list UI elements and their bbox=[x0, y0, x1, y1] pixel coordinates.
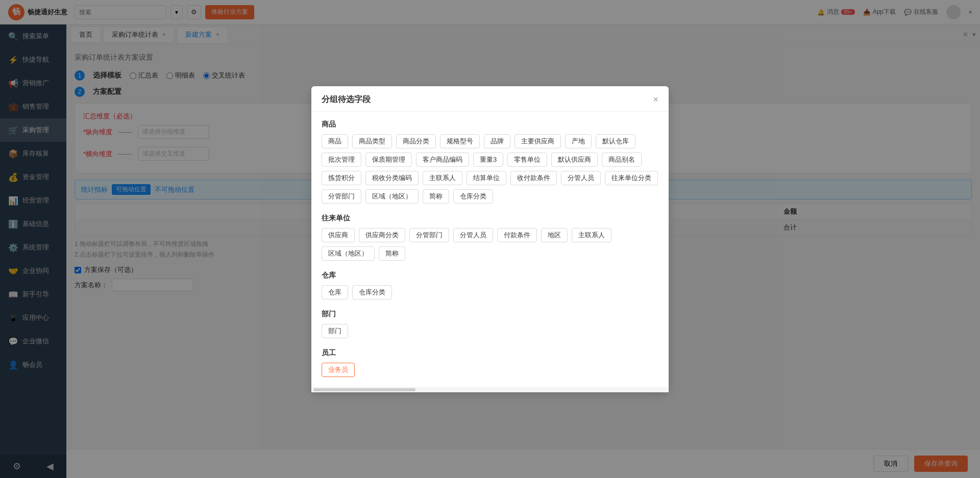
field-section-title-partner: 往来单位 bbox=[322, 214, 658, 223]
field-tag-主要供应商[interactable]: 主要供应商 bbox=[514, 134, 561, 148]
field-tag-分管人员[interactable]: 分管人员 bbox=[561, 171, 601, 185]
field-section-title-department: 部门 bbox=[322, 310, 658, 319]
field-tag-区域（地区）[interactable]: 区域（地区） bbox=[365, 189, 419, 204]
modal-horizontal-scrollbar[interactable] bbox=[311, 387, 669, 392]
field-section-employee: 员工业务员 bbox=[322, 348, 658, 377]
field-section-warehouse: 仓库仓库仓库分类 bbox=[322, 271, 658, 299]
field-section-partner: 往来单位供应商供应商分类分管部门分管人员付款条件地区主联系人区域（地区）简称 bbox=[322, 214, 658, 261]
field-tag-商品[interactable]: 商品 bbox=[322, 134, 348, 148]
field-tags-employee: 业务员 bbox=[322, 363, 658, 377]
field-tag-批次管理[interactable]: 批次管理 bbox=[322, 153, 361, 167]
modal-header: 分组待选字段 × bbox=[311, 86, 669, 112]
field-tags-warehouse: 仓库仓库分类 bbox=[322, 285, 658, 299]
field-section-title-goods: 商品 bbox=[322, 120, 658, 129]
field-tag-分管部门[interactable]: 分管部门 bbox=[409, 228, 449, 242]
field-tag-仓库分类[interactable]: 仓库分类 bbox=[453, 189, 493, 204]
field-tag-税收分类编码[interactable]: 税收分类编码 bbox=[365, 171, 419, 185]
field-section-title-warehouse: 仓库 bbox=[322, 271, 658, 280]
field-tag-默认仓库[interactable]: 默认仓库 bbox=[596, 134, 635, 148]
field-tag-默认供应商[interactable]: 默认供应商 bbox=[551, 153, 598, 167]
field-tag-商品分类[interactable]: 商品分类 bbox=[396, 134, 436, 148]
modal-close-button[interactable]: × bbox=[653, 94, 658, 105]
field-tags-partner: 供应商供应商分类分管部门分管人员付款条件地区主联系人区域（地区）简称 bbox=[322, 228, 658, 261]
field-tag-供应商分类[interactable]: 供应商分类 bbox=[359, 228, 405, 242]
field-tag-简称[interactable]: 简称 bbox=[423, 189, 449, 204]
field-tag-部门[interactable]: 部门 bbox=[322, 324, 348, 338]
hscroll-thumb bbox=[313, 388, 415, 391]
field-tag-拣货积分[interactable]: 拣货积分 bbox=[322, 171, 361, 185]
field-section-goods: 商品商品商品类型商品分类规格型号品牌主要供应商产地默认仓库批次管理保质期管理客户… bbox=[322, 120, 658, 204]
field-tag-收付款条件[interactable]: 收付款条件 bbox=[510, 171, 557, 185]
field-tag-往来单位分类[interactable]: 往来单位分类 bbox=[605, 171, 658, 185]
field-tag-规格型号[interactable]: 规格型号 bbox=[440, 134, 480, 148]
field-tag-品牌[interactable]: 品牌 bbox=[484, 134, 510, 148]
modal: 分组待选字段 × 商品商品商品类型商品分类规格型号品牌主要供应商产地默认仓库批次… bbox=[311, 86, 669, 392]
field-tag-分管人员[interactable]: 分管人员 bbox=[453, 228, 493, 242]
field-tag-结算单位[interactable]: 结算单位 bbox=[467, 171, 506, 185]
field-tag-仓库[interactable]: 仓库 bbox=[322, 285, 348, 299]
field-tag-主联系人[interactable]: 主联系人 bbox=[423, 171, 462, 185]
field-tag-客户商品编码[interactable]: 客户商品编码 bbox=[416, 153, 469, 167]
field-tag-付款条件[interactable]: 付款条件 bbox=[497, 228, 537, 242]
field-tag-产地[interactable]: 产地 bbox=[565, 134, 592, 148]
field-section-title-employee: 员工 bbox=[322, 348, 658, 358]
field-tags-goods: 商品商品类型商品分类规格型号品牌主要供应商产地默认仓库批次管理保质期管理客户商品… bbox=[322, 134, 658, 204]
modal-overlay[interactable]: 分组待选字段 × 商品商品商品类型商品分类规格型号品牌主要供应商产地默认仓库批次… bbox=[0, 0, 980, 478]
field-tag-零售单位[interactable]: 零售单位 bbox=[507, 153, 547, 167]
field-tag-主联系人[interactable]: 主联系人 bbox=[572, 228, 611, 242]
field-section-department: 部门部门 bbox=[322, 310, 658, 338]
field-tag-仓库分类[interactable]: 仓库分类 bbox=[352, 285, 392, 299]
field-tag-重量3[interactable]: 重量3 bbox=[473, 153, 503, 167]
modal-title: 分组待选字段 bbox=[322, 94, 371, 105]
field-tag-简称[interactable]: 简称 bbox=[379, 246, 405, 261]
field-tag-商品类型[interactable]: 商品类型 bbox=[352, 134, 392, 148]
field-tags-department: 部门 bbox=[322, 324, 658, 338]
field-tag-地区[interactable]: 地区 bbox=[541, 228, 568, 242]
field-tag-商品别名[interactable]: 商品别名 bbox=[602, 153, 642, 167]
field-tag-分管部门[interactable]: 分管部门 bbox=[322, 189, 361, 204]
field-tag-区域（地区）[interactable]: 区域（地区） bbox=[322, 246, 375, 261]
modal-body: 商品商品商品类型商品分类规格型号品牌主要供应商产地默认仓库批次管理保质期管理客户… bbox=[311, 112, 669, 387]
field-tag-业务员[interactable]: 业务员 bbox=[322, 363, 355, 377]
field-tag-保质期管理[interactable]: 保质期管理 bbox=[365, 153, 412, 167]
field-tag-供应商[interactable]: 供应商 bbox=[322, 228, 355, 242]
